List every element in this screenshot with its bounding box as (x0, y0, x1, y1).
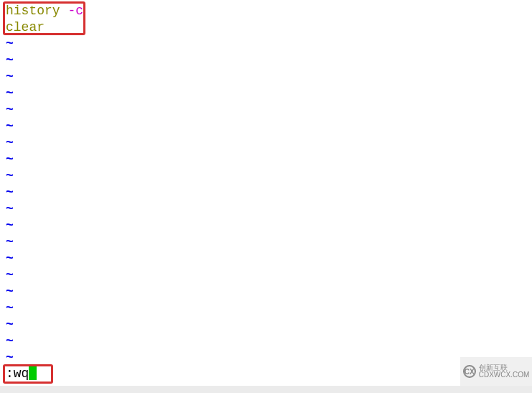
tilde-line: ~ (6, 85, 532, 102)
tilde-line: ~ (6, 52, 532, 69)
file-line-1: history -c (6, 3, 532, 19)
cmd-flag: -c (60, 4, 83, 18)
cmd-text: clear (6, 20, 45, 34)
tilde-line: ~ (6, 267, 532, 284)
tilde-line: ~ (6, 185, 532, 201)
bottom-bar (0, 386, 532, 393)
watermark-text: 创新互联 CDXWCX.COM (479, 364, 530, 379)
tilde-line: ~ (6, 284, 532, 300)
watermark-line2: CDXWCX.COM (479, 371, 530, 379)
tilde-line: ~ (6, 69, 532, 85)
watermark-icon: CX (463, 365, 476, 378)
tilde-line: ~ (6, 251, 532, 267)
tilde-line: ~ (6, 168, 532, 185)
vim-command-line[interactable]: :wq (6, 366, 37, 382)
file-line-2: clear (6, 19, 532, 36)
cmd-text: history (6, 4, 60, 18)
tilde-line: ~ (6, 300, 532, 317)
watermark: CX 创新互联 CDXWCX.COM (460, 357, 532, 386)
command-text: :wq (6, 366, 29, 381)
cursor-block (29, 366, 37, 380)
tilde-line: ~ (6, 119, 532, 135)
editor-content: history -c clear ~~~~~~~~~~~~~~~~~~~~ (6, 3, 532, 366)
vim-editor[interactable]: history -c clear ~~~~~~~~~~~~~~~~~~~~ :w… (0, 0, 532, 393)
tilde-line: ~ (6, 350, 532, 366)
watermark-logo: CX 创新互联 CDXWCX.COM (463, 364, 530, 379)
tilde-line: ~ (6, 36, 532, 52)
tilde-line: ~ (6, 135, 532, 152)
tilde-line: ~ (6, 234, 532, 251)
empty-lines: ~~~~~~~~~~~~~~~~~~~~ (6, 36, 532, 366)
tilde-line: ~ (6, 152, 532, 168)
tilde-line: ~ (6, 201, 532, 218)
tilde-line: ~ (6, 317, 532, 333)
tilde-line: ~ (6, 102, 532, 119)
tilde-line: ~ (6, 333, 532, 350)
tilde-line: ~ (6, 218, 532, 234)
